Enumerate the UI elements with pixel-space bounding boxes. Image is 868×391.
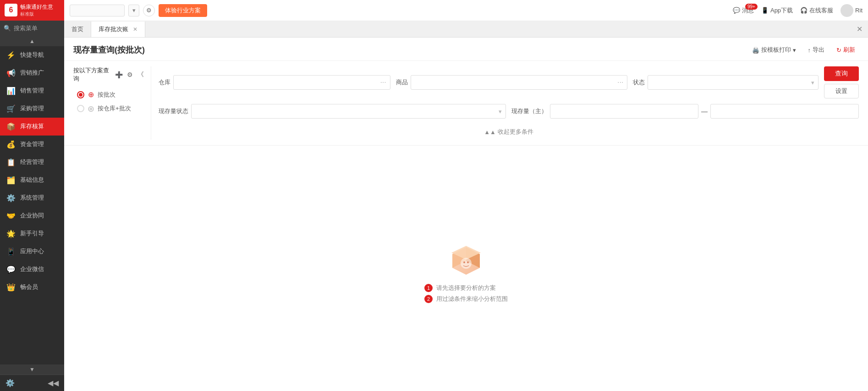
sidebar-items-list: ⚡ 快捷导航 📢 营销推广 📊 销售管理 🛒 采购管理 📦 库存核算 💰 资金管… (0, 46, 64, 364)
collapse-scheme-button[interactable]: 《 (136, 70, 145, 79)
settings-button[interactable]: 设置 (824, 84, 859, 98)
search-label: 搜索菜单 (14, 24, 38, 33)
experience-button[interactable]: 体验行业方案 (159, 4, 207, 17)
inventory-icon: 📦 (6, 122, 16, 131)
filter-section: 按以下方案查询 ➕ ⚙ 《 ⊕ 按批次 ◎ 按仓库+批次 (64, 61, 868, 146)
tabbar: 首页 库存批次账 ✕ ✕ (64, 21, 868, 38)
sidebar-item-operations[interactable]: 📋 经营管理 (0, 153, 64, 171)
tab-close-button[interactable]: ✕ (133, 26, 137, 33)
sidebar-item-finance[interactable]: 💰 资金管理 (0, 136, 64, 153)
empty-hints: 1 请先选择要分析的方案 2 用过滤条件来缩小分析范围 (424, 284, 508, 303)
warehouse-label: 仓库 (159, 78, 170, 87)
tab-home[interactable]: 首页 (64, 22, 91, 37)
warehouse-filter-field: 仓库 ··· (159, 75, 390, 90)
sidebar-item-label: 基础信息 (20, 176, 44, 184)
collapse-more-button[interactable]: ▲▲ 收起更多条件 (159, 124, 859, 140)
headset-icon: 🎧 (800, 7, 808, 14)
hint-text-2: 用过滤条件来缩小分析范围 (436, 295, 508, 303)
warehouse-batch-icon: ◎ (88, 104, 94, 113)
sidebar-item-inventory[interactable]: 📦 库存核算 (0, 118, 64, 136)
status-filter-field: 状态 ▾ (633, 75, 819, 90)
sidebar-item-label: 系统管理 (20, 194, 44, 202)
topbar-dropdown-button[interactable]: ▾ (128, 5, 139, 16)
sidebar-item-label: 新手引导 (20, 229, 44, 238)
refresh-icon: ↻ (836, 47, 841, 54)
sidebar-item-label: 企业微信 (20, 265, 44, 273)
print-template-button[interactable]: 🖨️ 按模板打印 ▾ (748, 44, 800, 56)
status-label: 状态 (633, 78, 645, 87)
sidebar-scroll-up[interactable]: ▲ (0, 36, 64, 46)
sidebar-collapse-icon[interactable]: ◀◀ (48, 379, 59, 387)
status-dropdown-icon: ▾ (811, 79, 814, 86)
sidebar-scroll-down[interactable]: ▼ (0, 364, 64, 375)
filter-scheme-panel: 按以下方案查询 ➕ ⚙ 《 ⊕ 按批次 ◎ 按仓库+批次 (73, 66, 151, 140)
marketing-icon: 📢 (6, 69, 16, 77)
warehouse-input[interactable]: ··· (173, 75, 390, 90)
inventory-qty-dash: — (701, 108, 708, 115)
member-icon: 👑 (6, 283, 16, 292)
app-download-label: App下载 (770, 6, 793, 15)
export-icon: ↑ (808, 47, 811, 54)
sidebar-item-sales[interactable]: 📊 销售管理 (0, 82, 64, 100)
sidebar-search[interactable]: 🔍 搜索菜单 (0, 21, 64, 36)
sidebar-header: 6 畅康通好生意 标准版 (0, 0, 64, 21)
sidebar-item-purchase[interactable]: 🛒 采购管理 (0, 100, 64, 118)
svg-point-6 (467, 261, 469, 263)
status-select[interactable]: ▾ (648, 75, 819, 90)
sidebar-item-label: 经营管理 (20, 158, 44, 166)
sidebar-item-member[interactable]: 👑 畅会员 (0, 278, 64, 296)
sidebar-bottom: ⚙️ ◀◀ (0, 375, 64, 391)
inventory-status-field: 现存量状态 ▾ (159, 104, 506, 119)
user-name: Rit (855, 7, 863, 14)
inventory-qty-min-input[interactable] (550, 104, 698, 119)
sidebar-item-label: 采购管理 (20, 104, 44, 113)
app-download-button[interactable]: 📱 App下载 (761, 6, 793, 15)
scheme-option-by-batch[interactable]: ⊕ 按批次 (73, 87, 145, 102)
appcenter-icon: 📱 (6, 247, 16, 256)
settings-scheme-button[interactable]: ⚙ (125, 70, 134, 79)
tab-panel-close-button[interactable]: ✕ (851, 25, 868, 33)
online-service-button[interactable]: 🎧 在线客服 (800, 6, 833, 15)
settings-icon[interactable]: ⚙️ (5, 379, 15, 387)
sidebar-item-system[interactable]: ⚙️ 系统管理 (0, 189, 64, 207)
topbar-search-input[interactable] (70, 5, 125, 16)
inventory-status-select[interactable]: ▾ (191, 104, 506, 119)
filter-scheme-icons: ➕ ⚙ 《 (114, 70, 145, 79)
hint-text-1: 请先选择要分析的方案 (436, 284, 496, 292)
filter-row-2: 现存量状态 ▾ 现存量（主） — (159, 104, 859, 119)
sidebar-item-marketing[interactable]: 📢 营销推广 (0, 64, 64, 82)
svg-point-5 (463, 261, 465, 263)
page-header-actions: 🖨️ 按模板打印 ▾ ↑ 导出 ↻ 刷新 (748, 44, 859, 56)
topbar-gear-button[interactable]: ⚙ (143, 5, 155, 16)
sidebar-item-newuser[interactable]: 🌟 新手引导 (0, 225, 64, 243)
scheme-option-by-warehouse-batch[interactable]: ◎ 按仓库+批次 (73, 102, 145, 115)
inventory-qty-max-input[interactable] (710, 104, 859, 119)
hint-number-1: 1 (424, 284, 433, 292)
message-icon: 💬 (733, 7, 740, 14)
export-label: 导出 (813, 46, 824, 54)
export-button[interactable]: ↑ 导出 (804, 44, 829, 56)
sidebar-item-appcenter[interactable]: 📱 应用中心 (0, 243, 64, 261)
sidebar-item-wechat[interactable]: 💬 企业微信 (0, 261, 64, 278)
user-avatar-area[interactable]: Rit (841, 4, 863, 17)
sidebar-item-label: 畅会员 (20, 283, 38, 291)
basics-icon: 🗂️ (6, 176, 16, 185)
sidebar-item-label: 企业协同 (20, 212, 44, 220)
product-input[interactable]: ··· (411, 75, 628, 90)
add-scheme-button[interactable]: ➕ (114, 70, 123, 79)
sidebar-item-basics[interactable]: 🗂️ 基础信息 (0, 171, 64, 189)
sidebar-item-quick-nav[interactable]: ⚡ 快捷导航 (0, 46, 64, 64)
messages-button[interactable]: 💬 消息 99+ (733, 6, 754, 15)
query-button[interactable]: 查询 (824, 66, 859, 81)
page-title: 现存量查询(按批次) (73, 44, 145, 55)
tab-home-label: 首页 (71, 25, 83, 33)
tab-inventory-batch[interactable]: 库存批次账 ✕ (91, 22, 145, 37)
refresh-button[interactable]: ↻ 刷新 (833, 44, 859, 56)
svg-point-4 (461, 258, 472, 269)
mobile-icon: 📱 (761, 7, 769, 14)
operations-icon: 📋 (6, 158, 16, 167)
hint-item-1: 1 请先选择要分析的方案 (424, 284, 508, 292)
sidebar-item-collab[interactable]: 🤝 企业协同 (0, 207, 64, 225)
hint-number-2: 2 (424, 295, 433, 303)
print-dropdown-icon[interactable]: ▾ (793, 47, 796, 54)
